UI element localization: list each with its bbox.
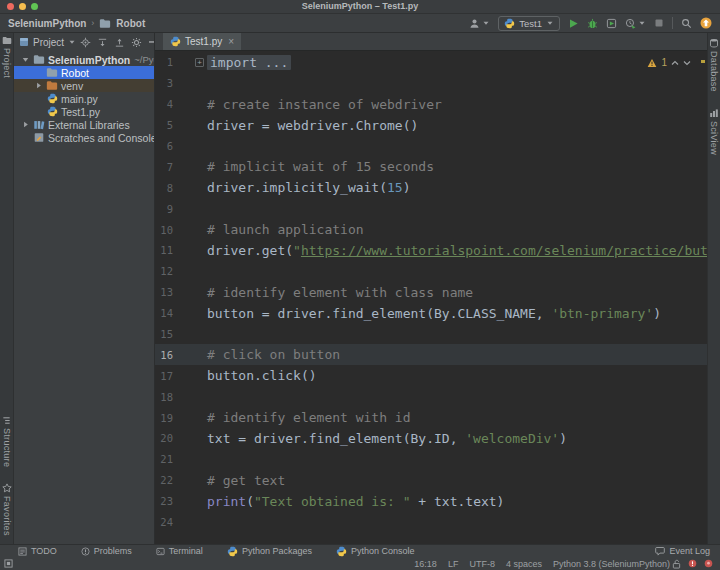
hide-panel-button[interactable] xyxy=(148,37,155,47)
close-tab-icon[interactable]: × xyxy=(228,37,234,47)
collapse-all-button[interactable] xyxy=(114,37,125,48)
chevron-down-icon[interactable] xyxy=(546,19,554,27)
line-number: 19 xyxy=(155,412,173,424)
folder-icon xyxy=(99,18,111,29)
code-line-14[interactable]: 14button = driver.find_element(By.CLASS_… xyxy=(155,303,707,324)
code-line-24[interactable]: 24 xyxy=(155,512,707,533)
status-bar: 16:18LFUTF-84 spacesPython 3.8 (Selenium… xyxy=(0,557,720,570)
run-config-selector[interactable]: Test1 xyxy=(498,16,560,31)
notifications-icon[interactable] xyxy=(704,559,713,568)
code-line-3[interactable]: 3 xyxy=(155,73,707,94)
update-available-indicator[interactable] xyxy=(700,17,712,29)
inspections-widget[interactable]: 1 xyxy=(647,57,691,68)
code-line-18[interactable]: 18 xyxy=(155,386,707,407)
code-line-20[interactable]: 20txt = driver.find_element(By.ID, 'welc… xyxy=(155,428,707,449)
code-line-8[interactable]: 8driver.implicitly_wait(15) xyxy=(155,177,707,198)
code-line-19[interactable]: 19# identify element with id xyxy=(155,407,707,428)
event-log-button[interactable]: Event Log xyxy=(655,546,710,556)
tool-window-label: Python Packages xyxy=(242,546,312,556)
python-interpreter-widget[interactable]: Python 3.8 (SeleniumPython) xyxy=(553,559,670,569)
code-line-13[interactable]: 13# identify element with class name xyxy=(155,282,707,303)
profiler-button[interactable] xyxy=(625,18,646,29)
expand-all-button[interactable] xyxy=(97,37,108,48)
chevron-down-icon[interactable] xyxy=(638,19,646,27)
chevron-collapsed-icon[interactable] xyxy=(20,120,31,129)
search-everywhere-button[interactable] xyxy=(681,18,692,29)
problems-icon xyxy=(81,547,90,556)
breadcrumb-project[interactable]: SeleniumPython xyxy=(8,18,86,29)
code-line-15[interactable]: 15 xyxy=(155,324,707,345)
chevron-down-icon[interactable] xyxy=(482,19,490,27)
python-packages-tool-button[interactable]: Python Packages xyxy=(227,546,312,557)
file-encoding-widget[interactable]: UTF-8 xyxy=(469,559,495,569)
tree-item-seleniumpython[interactable]: SeleniumPython~/PycharmPro xyxy=(14,53,154,66)
tree-item-venv[interactable]: venv xyxy=(14,79,154,92)
caret-position-widget[interactable]: 16:18 xyxy=(414,559,437,569)
chevron-collapsed-icon[interactable] xyxy=(33,81,44,90)
database-tool-button[interactable]: Database xyxy=(709,38,719,92)
favorites-tool-button[interactable]: Favorites xyxy=(2,483,12,536)
todo-tool-button[interactable]: TODO xyxy=(18,546,57,556)
next-problem-icon[interactable] xyxy=(683,59,691,67)
minimize-window-button[interactable] xyxy=(19,3,26,10)
coverage-icon xyxy=(606,18,617,29)
run-button[interactable] xyxy=(568,18,579,29)
indent-widget[interactable]: 4 spaces xyxy=(506,559,542,569)
code-line-4[interactable]: 4# create instance of webdriver xyxy=(155,94,707,115)
code-line-23[interactable]: 23print("Text obtained is: " + txt.text) xyxy=(155,491,707,512)
tree-item-test1-py[interactable]: Test1.py xyxy=(14,105,154,118)
code-editor[interactable]: 1+import ...34# create instance of webdr… xyxy=(155,51,707,544)
chevron-down-icon[interactable] xyxy=(68,38,76,46)
project-panel-title[interactable]: Project xyxy=(33,37,64,48)
settings-button[interactable] xyxy=(131,37,142,48)
tree-item-external-libraries[interactable]: External Libraries xyxy=(14,118,154,131)
code-text: # click on button xyxy=(207,347,340,362)
python-console-tool-button[interactable]: Python Console xyxy=(336,546,415,557)
code-line-21[interactable]: 21 xyxy=(155,449,707,470)
terminal-tool-button[interactable]: Terminal xyxy=(156,546,203,556)
code-line-11[interactable]: 11driver.get("https://www.tutorialspoint… xyxy=(155,240,707,261)
code-line-1[interactable]: 1+import ... xyxy=(155,52,707,73)
run-config-label: Test1 xyxy=(519,18,542,29)
warning-stripe-mark[interactable] xyxy=(701,60,705,63)
code-line-6[interactable]: 6 xyxy=(155,136,707,157)
code-line-17[interactable]: 17button.click() xyxy=(155,365,707,386)
zoom-window-button[interactable] xyxy=(31,3,38,10)
code-line-16[interactable]: 16# click on button xyxy=(155,344,707,365)
code-line-7[interactable]: 7# implicit wait of 15 seconds xyxy=(155,156,707,177)
code-segment: # implicit wait of 15 seconds xyxy=(207,159,434,174)
fatal-error-indicator-icon[interactable] xyxy=(688,559,697,568)
code-segment: import ... xyxy=(207,55,291,70)
write-access-lock-icon[interactable] xyxy=(672,559,681,569)
code-text: # identify element with class name xyxy=(207,285,473,300)
code-text: # get text xyxy=(207,473,285,488)
tree-item-main-py[interactable]: main.py xyxy=(14,92,154,105)
user-menu-button[interactable] xyxy=(469,18,490,29)
project-tool-button[interactable]: Project xyxy=(2,36,12,78)
fold-toggle-icon[interactable]: + xyxy=(195,58,204,67)
tool-window-switcher-icon[interactable] xyxy=(4,559,13,568)
code-line-10[interactable]: 10# launch application xyxy=(155,219,707,240)
sciview-tool-button[interactable]: SciView xyxy=(709,108,719,155)
debug-icon xyxy=(587,18,598,29)
close-window-button[interactable] xyxy=(7,3,14,10)
project-tool-icon xyxy=(19,37,29,47)
code-line-22[interactable]: 22# get text xyxy=(155,470,707,491)
code-line-12[interactable]: 12 xyxy=(155,261,707,282)
code-line-5[interactable]: 5driver = webdriver.Chrome() xyxy=(155,115,707,136)
tree-item-scratches-and-consoles[interactable]: Scratches and Consoles xyxy=(14,131,154,144)
problems-tool-button[interactable]: Problems xyxy=(81,546,132,556)
previous-problem-icon[interactable] xyxy=(671,59,679,67)
structure-tool-button[interactable]: Structure xyxy=(2,416,12,467)
tree-item-robot[interactable]: Robot xyxy=(14,66,154,79)
line-separator-widget[interactable]: LF xyxy=(448,559,459,569)
code-text: # create instance of webdriver xyxy=(207,97,442,112)
editor-tab-test1py[interactable]: Test1.py × xyxy=(163,33,241,50)
code-line-9[interactable]: 9 xyxy=(155,198,707,219)
breadcrumb-folder[interactable]: Robot xyxy=(116,18,145,29)
debug-button[interactable] xyxy=(587,18,598,29)
stop-button[interactable] xyxy=(654,18,664,28)
locate-file-button[interactable] xyxy=(80,37,91,48)
run-with-coverage-button[interactable] xyxy=(606,18,617,29)
chevron-expanded-icon[interactable] xyxy=(20,55,31,64)
